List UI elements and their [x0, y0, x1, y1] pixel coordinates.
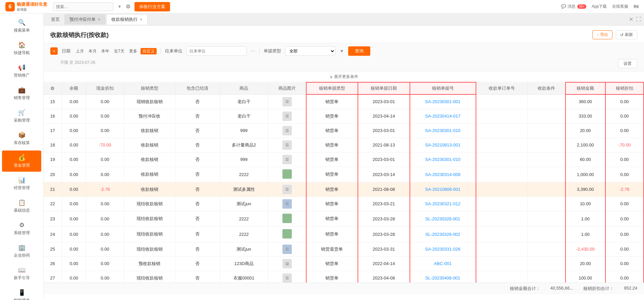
cell-verify-type: 现结收款核销: [124, 226, 175, 242]
sidebar-item-operation[interactable]: 📊经营管理: [2, 173, 41, 194]
refresh-button[interactable]: ↺ 刷新: [616, 30, 637, 39]
sidebar-item-search[interactable]: 🔍搜索菜单: [2, 15, 41, 37]
setting-button[interactable]: 设置: [618, 59, 637, 68]
tab-prepay[interactable]: 预付冲应付单 ✕: [64, 14, 106, 25]
verify-bill-no-link[interactable]: SA-20210808-001: [425, 187, 461, 192]
app-download-button[interactable]: App下载: [592, 4, 607, 9]
verify-bill-no-link[interactable]: SA-20230331-026: [425, 247, 461, 252]
cell-verify-bill-no[interactable]: SA-20230301-001: [410, 94, 476, 109]
col-header-settings[interactable]: ⚙: [44, 82, 62, 94]
home-icon: 🏠: [18, 41, 25, 49]
cell-verify-bill-no[interactable]: SA-20210808-001: [410, 182, 476, 197]
from-unit-input[interactable]: [186, 46, 247, 56]
receipt-type-label: 单据类型: [264, 48, 281, 54]
tab-prepay-close[interactable]: ✕: [98, 17, 101, 22]
export-button[interactable]: ↑ 导出: [592, 30, 612, 39]
more-options-icon[interactable]: ···: [251, 48, 255, 54]
date-last-month[interactable]: 上月: [74, 48, 85, 55]
messages-button[interactable]: 💬 消息 99+: [561, 4, 586, 9]
tab-home[interactable]: 首页: [46, 14, 64, 25]
gear-icon[interactable]: ⚙: [126, 3, 130, 10]
cell-verify-bill-no[interactable]: SA-20230301-010: [410, 123, 476, 138]
verify-bill-no-link[interactable]: SA-20230301-001: [425, 99, 461, 104]
cell-verify-bill-no[interactable]: SL-20230328-001: [410, 211, 476, 226]
expand-more-bar[interactable]: ∨ 展开更多条件: [44, 72, 644, 82]
online-service-button[interactable]: 在线客服: [612, 4, 628, 9]
cell-seq: 15: [44, 94, 62, 109]
user-name[interactable]: Rit: [634, 4, 639, 9]
cell-cash-discount: 0.00: [86, 152, 124, 167]
sidebar-label-corp: 企业协同: [14, 253, 30, 258]
cell-goods-img: 🖼: [268, 182, 306, 197]
cell-verify-bill-no[interactable]: ABC-001: [410, 256, 476, 271]
query-button[interactable]: 查询: [348, 46, 370, 56]
col-header-goods-img: 商品图片: [268, 82, 306, 94]
verify-bill-no-link[interactable]: SA-20210813-001: [425, 142, 461, 147]
verify-bill-no-link[interactable]: SA-20230314-008: [425, 172, 461, 177]
cell-verify-bill-no[interactable]: SL-20230328-002: [410, 226, 476, 242]
cell-verify-type: 预收款核销: [124, 256, 175, 271]
cell-verify-discount: 0.00: [605, 226, 644, 242]
dropdown-arrow-icon[interactable]: ▼: [117, 4, 122, 9]
sidebar-item-purchase[interactable]: 🛒采购管理: [2, 105, 41, 127]
verify-bill-no-link[interactable]: SA-20230301-010: [425, 157, 461, 162]
cell-verify-bill-type: 销货单: [306, 109, 358, 123]
marketing-icon: 📢: [18, 64, 25, 71]
tab-verify-close[interactable]: ✕: [140, 17, 143, 22]
sidebar-item-guide[interactable]: 📖新手引导: [2, 263, 41, 284]
verify-bill-no-link[interactable]: SL-20230408-001: [425, 275, 460, 281]
expand-more-label: 展开更多条件: [334, 74, 358, 80]
sidebar-item-finance[interactable]: 💰资金管理: [2, 151, 41, 172]
date-filter-label: 日期: [62, 48, 70, 54]
verify-bill-no-link[interactable]: SA-20230301-010: [425, 128, 461, 133]
cell-verify-discount: 0.00: [605, 123, 644, 138]
date-custom[interactable]: 自定义: [141, 48, 157, 54]
cell-verify-bill-no[interactable]: SA-20230301-010: [410, 152, 476, 167]
filter-row: » 日期 上月 本月 本年 近7天 更多 自定义 往来单位 ···: [50, 46, 637, 56]
cell-verify-type: 收款核销: [124, 138, 175, 152]
date-this-month[interactable]: 本月: [87, 48, 98, 55]
date-last-7days[interactable]: 近7天: [113, 48, 126, 55]
sidebar-item-marketing[interactable]: 📢营销推广: [2, 60, 41, 82]
cell-receipt-order-no: [476, 271, 528, 283]
cell-goods-img: [268, 167, 306, 182]
sidebar-label-sales: 销售管理: [14, 95, 30, 101]
close-window-icon[interactable]: ✕: [629, 16, 633, 23]
sidebar-item-basic[interactable]: 📋基础信息: [2, 196, 41, 217]
receipt-type-select[interactable]: 全部: [285, 46, 335, 56]
cell-verify-amount: 1.00: [566, 211, 605, 226]
cell-verify-date: 2023-03-01: [358, 94, 410, 109]
cell-verify-discount: 0.00: [605, 256, 644, 271]
sidebar-item-inventory[interactable]: 📦库存核算: [2, 128, 41, 149]
settings-icon[interactable]: ⚙: [50, 86, 55, 91]
cell-verify-amount: 3,390.00: [566, 182, 605, 197]
cell-verify-bill-no[interactable]: SA-20210813-001: [410, 138, 476, 152]
cell-verify-bill-no[interactable]: SL-20230408-001: [410, 271, 476, 283]
search-input[interactable]: [53, 2, 113, 11]
date-this-year[interactable]: 本年: [100, 48, 111, 55]
sidebar-item-hardware[interactable]: 📱智能硬件: [2, 286, 41, 300]
cell-verify-bill-no[interactable]: SA-20230331-026: [410, 242, 476, 256]
sidebar-item-system[interactable]: ⚙系统管理: [2, 218, 41, 239]
date-more[interactable]: 更多: [128, 48, 139, 55]
cell-verify-bill-no[interactable]: SA-20230314-008: [410, 167, 476, 182]
filter-expand-button[interactable]: »: [50, 47, 58, 55]
verify-bill-no-link[interactable]: SL-20230328-002: [425, 232, 460, 237]
verify-bill-no-link[interactable]: SL-20230328-001: [425, 216, 460, 221]
tab-verify[interactable]: 收款核销执行 ✕: [106, 14, 148, 25]
industry-solution-button[interactable]: 休验行业方案: [135, 2, 170, 11]
verify-bill-no-link[interactable]: SA-20230321-012: [425, 201, 461, 206]
cell-verify-bill-no[interactable]: SA-20230321-012: [410, 197, 476, 211]
maximize-icon[interactable]: ⛶: [636, 16, 641, 23]
cell-verify-date: 2023-03-01: [358, 152, 410, 167]
verify-bill-no-link[interactable]: ABC-001: [434, 261, 452, 266]
sidebar-item-quick[interactable]: 🏠快捷导航: [2, 38, 41, 59]
sidebar-item-sales[interactable]: 💼销售管理: [2, 83, 41, 104]
cell-include-settled: 否: [175, 226, 220, 242]
hardware-icon: 📱: [18, 289, 25, 296]
cell-cash-discount: 0.00: [86, 271, 124, 283]
verify-bill-no-link[interactable]: SA-20230414-017: [425, 114, 461, 119]
cell-verify-bill-no[interactable]: SA-20230414-017: [410, 109, 476, 123]
cell-verify-discount: 0.00: [605, 271, 644, 283]
sidebar-item-corp[interactable]: 🏢企业协同: [2, 241, 41, 262]
